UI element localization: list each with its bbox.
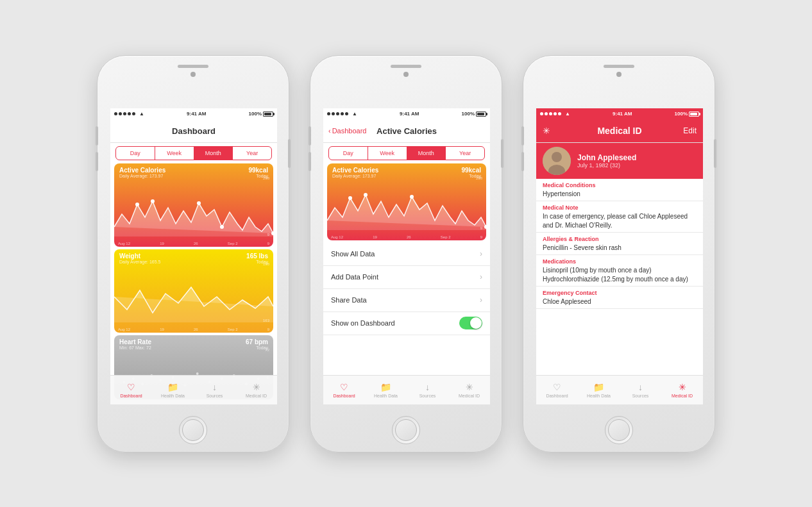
- power-btn-1: [288, 139, 291, 168]
- wt-svg-1: [114, 278, 273, 322]
- screen-3: ▲ 9:41 AM 100% ✳ Medical ID Edit: [536, 108, 703, 404]
- camera-3: [616, 72, 622, 77]
- profile-info-3: John Appleseed July 1, 1982 (32): [577, 153, 636, 169]
- nav-bar-2: ‹ Dashboard Active Calories: [323, 120, 490, 143]
- signal-2: ▲: [327, 111, 357, 117]
- phones-container: ▲ 9:41 AM 100% Dashboard Day Week Month: [97, 55, 715, 453]
- battery-pct-2: 100%: [462, 111, 475, 117]
- side-right-2: [501, 139, 503, 168]
- seg-year-2[interactable]: Year: [446, 147, 484, 160]
- time-1: 9:41 AM: [187, 111, 206, 117]
- medications-label: Medications: [543, 258, 697, 265]
- chart-cal2-sub: Daily Average: 173.97: [332, 174, 378, 178]
- toggle-knob: [470, 317, 482, 329]
- tab-sources-icon-2: ↓: [425, 382, 430, 392]
- list-share-data[interactable]: Share Data ›: [323, 289, 490, 312]
- chart-cal2-val: 99kcal: [461, 167, 481, 174]
- cal-lbl-2: 19: [160, 242, 164, 245]
- phone-1: ▲ 9:41 AM 100% Dashboard Day Week Month: [97, 55, 289, 453]
- cal2-lbl-4: Sep 2: [441, 235, 451, 239]
- wt-lbl-2: 19: [160, 328, 164, 331]
- cal-svg-1: [114, 192, 273, 237]
- tab-sources-3[interactable]: ↓ Sources: [620, 382, 661, 398]
- emergency-contact-section: Emergency Contact Chloe Appleseed: [536, 287, 703, 309]
- dot2: [119, 112, 122, 115]
- tab-dashboard-2[interactable]: ♡ Dashboard: [323, 382, 365, 398]
- tab-medicalid-label-1: Medical ID: [246, 394, 267, 398]
- emergency-contact-value: Chloe Appleseed: [543, 297, 697, 306]
- tab-healthdata-icon-1: 📁: [167, 382, 178, 392]
- avatar-svg: [543, 147, 571, 175]
- seg-week-2[interactable]: Week: [368, 147, 407, 160]
- toggle-dashboard[interactable]: [459, 317, 482, 329]
- phone-3: ▲ 9:41 AM 100% ✳ Medical ID Edit: [523, 55, 715, 453]
- tab-medicalid-1[interactable]: ✳ Medical ID: [235, 382, 277, 398]
- back-chevron-2: ‹: [328, 127, 331, 135]
- tab-dashboard-3[interactable]: ♡ Dashboard: [536, 382, 578, 398]
- seg-control-2[interactable]: Day Week Month Year: [328, 146, 485, 160]
- chart-weight-val-1: 165 lbs: [246, 253, 268, 260]
- status-bar-3: ▲ 9:41 AM 100%: [536, 108, 703, 120]
- nav-back-label-2: Dashboard: [332, 127, 367, 135]
- chart-calories-sub-1: Daily Average: 173.97: [119, 174, 165, 178]
- list-show-all-label: Show All Data: [331, 250, 375, 258]
- seg-day-1[interactable]: Day: [116, 147, 155, 160]
- phone-3-top: [523, 65, 715, 77]
- tab-dashboard-icon-1: ♡: [127, 382, 135, 392]
- tab-healthdata-2[interactable]: 📁 Health Data: [365, 382, 407, 398]
- tab-medicalid-icon-2: ✳: [466, 382, 473, 392]
- list-show-dashboard[interactable]: Show on Dashboard: [323, 312, 490, 335]
- wifi-icon-3: ▲: [565, 111, 570, 117]
- phone-1-top: [97, 65, 289, 77]
- vol-up-3: [521, 126, 524, 145]
- seg-month-2[interactable]: Month: [407, 147, 446, 160]
- svg-point-1: [552, 152, 562, 162]
- tab-dashboard-icon-3: ♡: [553, 382, 561, 392]
- seg-year-1[interactable]: Year: [233, 147, 271, 160]
- tab-bar-2: ♡ Dashboard 📁 Health Data ↓ Sources ✳ Me…: [323, 375, 490, 404]
- list-add-data[interactable]: Add Data Point ›: [323, 266, 490, 289]
- battery-pct-3: 100%: [675, 111, 688, 117]
- seg-day-2[interactable]: Day: [329, 147, 368, 160]
- list-show-all[interactable]: Show All Data ›: [323, 243, 490, 266]
- nav-edit-3[interactable]: Edit: [683, 126, 697, 135]
- battery-3: 100%: [675, 111, 699, 117]
- medical-note-value: In case of emergency, please call Chloe …: [543, 212, 697, 230]
- phone-2: ▲ 9:41 AM 100% ‹ Dashboard Active Calori…: [310, 55, 502, 453]
- medical-conditions-label: Medical Conditions: [543, 182, 697, 188]
- dot3: [123, 112, 126, 115]
- home-btn-inner-1: [182, 419, 204, 441]
- vol-down-2: [309, 152, 311, 171]
- medical-note-section: Medical Note In case of emergency, pleas…: [536, 201, 703, 233]
- vol-up-2: [309, 126, 311, 145]
- cal2-lbl-5: 9: [480, 235, 482, 239]
- tab-healthdata-1[interactable]: 📁 Health Data: [152, 382, 194, 398]
- tab-sources-2[interactable]: ↓ Sources: [407, 382, 448, 398]
- nav-back-2[interactable]: ‹ Dashboard: [328, 127, 367, 135]
- battery-icon-1: [263, 112, 273, 117]
- status-bar-1: ▲ 9:41 AM 100%: [110, 108, 277, 120]
- tab-medicalid-3[interactable]: ✳ Medical ID: [661, 382, 703, 398]
- home-btn-1[interactable]: [179, 416, 207, 444]
- battery-1: 100%: [249, 111, 273, 117]
- cal2-lbl-1: Aug 12: [331, 235, 343, 239]
- chart-weight-header-1: Weight Daily Average: 165.5 165 lbs Toda…: [114, 249, 273, 264]
- home-btn-2[interactable]: [392, 416, 420, 444]
- seg-control-1[interactable]: Day Week Month Year: [115, 146, 272, 160]
- tab-medicalid-2[interactable]: ✳ Medical ID: [448, 382, 490, 398]
- medical-conditions-section: Medical Conditions Hypertension: [536, 179, 703, 201]
- chart-cal-area-1: [114, 192, 273, 237]
- chart-calories-header-1: Active Calories Daily Average: 173.97 99…: [114, 163, 273, 178]
- tab-sources-1[interactable]: ↓ Sources: [194, 382, 235, 398]
- seg-month-1[interactable]: Month: [194, 147, 233, 160]
- speaker-2: [391, 65, 421, 68]
- tab-healthdata-3[interactable]: 📁 Health Data: [578, 382, 620, 398]
- wifi-icon-1: ▲: [139, 111, 144, 117]
- tab-sources-label-1: Sources: [207, 394, 223, 398]
- home-btn-3[interactable]: [605, 416, 633, 444]
- battery-icon-3: [689, 112, 699, 117]
- tab-dashboard-1[interactable]: ♡ Dashboard: [110, 382, 152, 398]
- chart-cal2-labels: Aug 12 19 26 Sep 2 9: [327, 235, 486, 239]
- seg-week-1[interactable]: Week: [155, 147, 194, 160]
- wt-lbl-1: Aug 12: [118, 328, 130, 331]
